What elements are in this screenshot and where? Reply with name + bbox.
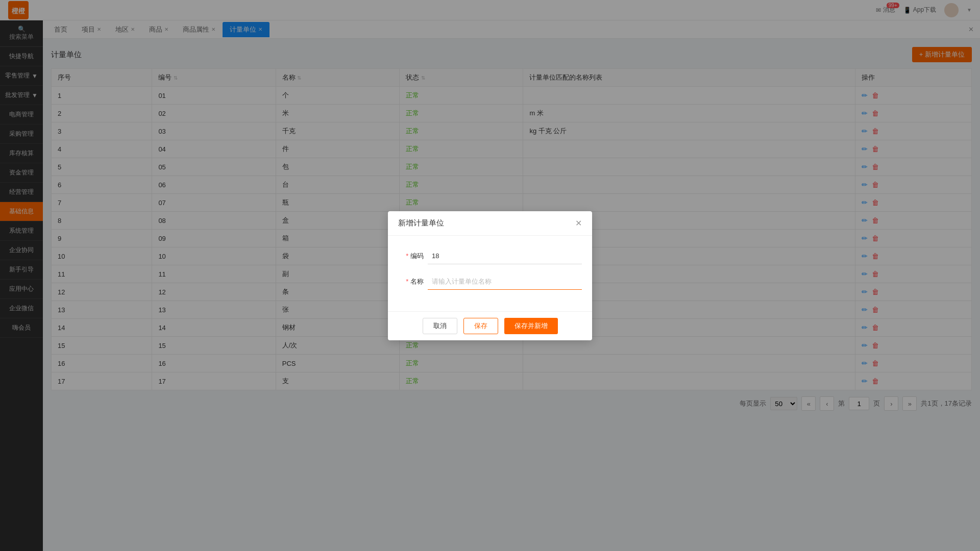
name-input[interactable] (428, 273, 582, 290)
modal-body: 编码 名称 (388, 236, 592, 311)
modal-footer: 取消 保存 保存并新增 (388, 311, 592, 340)
save-button[interactable]: 保存 (463, 318, 498, 334)
code-input[interactable] (428, 248, 582, 264)
code-label: 编码 (398, 252, 424, 261)
modal-add-unit: 新增计量单位 ✕ 编码 名称 取消 保存 保存并新增 (388, 211, 592, 340)
save-and-new-button[interactable]: 保存并新增 (504, 318, 558, 334)
name-label: 名称 (398, 277, 424, 286)
modal-header: 新增计量单位 ✕ (388, 211, 592, 236)
modal-close-button[interactable]: ✕ (575, 218, 582, 228)
modal-overlay[interactable]: 新增计量单位 ✕ 编码 名称 取消 保存 保存并新增 (0, 0, 980, 551)
modal-title: 新增计量单位 (398, 218, 444, 228)
form-row-name: 名称 (398, 273, 582, 290)
cancel-button[interactable]: 取消 (423, 318, 457, 334)
form-row-code: 编码 (398, 248, 582, 264)
